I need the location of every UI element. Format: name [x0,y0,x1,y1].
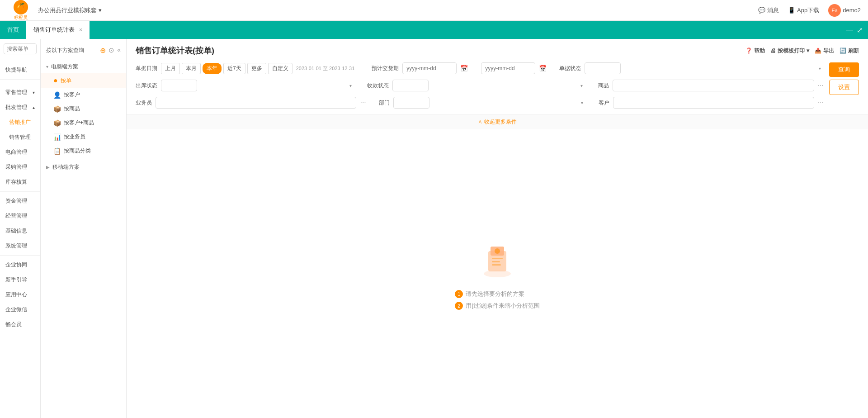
scheme-item-by-customer[interactable]: 👤 按客户 [41,88,126,102]
dept-select[interactable] [393,97,429,109]
help-icon: ❓ [745,48,752,54]
sidebar-item-cooperation[interactable]: 企业协同 [0,257,40,272]
salesperson-more-icon[interactable]: ··· [360,99,366,107]
export-icon: 📤 [815,48,821,54]
scheme-collapse-icon[interactable]: « [117,46,121,55]
refresh-label: 刷新 [848,47,859,55]
filter-main-row: 单据日期 上月 本月 本年 近7天 更多 自定义 2023-01-01 至 20… [136,62,859,114]
sidebar-item-ecommerce[interactable]: 电商管理 [0,145,40,160]
filter-date-group: 上月 本月 本年 近7天 更多 自定义 [161,63,292,74]
help-button[interactable]: ❓ 帮助 [745,47,765,55]
order-status-select[interactable] [585,62,621,74]
app-download-button[interactable]: 📱 App下载 [788,6,819,14]
scheme-panel-title: 按以下方案查询 [46,47,84,54]
tab-home[interactable]: 首页 [0,21,26,39]
scheme-item-by-category[interactable]: 📋 按商品分类 [41,144,126,158]
tab-minimize-icon[interactable]: — [846,26,853,34]
app-name: 办公用品行业模拟账套 [38,6,97,14]
scheme-item-by-order-label: 按单 [61,77,71,85]
avatar: Ea [828,4,841,17]
sidebar-item-purchase[interactable]: 采购管理 [0,160,40,175]
tab-maximize-icon[interactable]: ⤢ [857,26,863,34]
scheme-item-by-order[interactable]: ● 按单 [41,73,126,88]
product-more-icon[interactable]: ··· [818,81,824,90]
customer-input[interactable] [613,97,814,109]
tab-statistics[interactable]: 销售订单统计表 × [26,21,90,39]
sidebar-item-finance[interactable]: 资金管理 [0,194,40,209]
message-button[interactable]: 💬 消息 [758,6,779,14]
tab-home-label: 首页 [7,26,19,34]
scheme-add-icon[interactable]: ⊕ [100,46,106,55]
help-label: 帮助 [754,47,765,55]
salesperson-input[interactable] [156,97,356,109]
sidebar-item-wechat[interactable]: 企业微信 [0,302,40,317]
sidebar-item-system[interactable]: 系统管理 [0,238,40,253]
sidebar-item-quicknav[interactable]: 快捷导航 [0,62,40,77]
refresh-button[interactable]: 🔄 刷新 [840,47,859,55]
sidebar-divider-1 [0,79,40,80]
scheme-item-by-customer-product-label: 按客户+商品 [64,119,94,127]
sidebar-item-marketing[interactable]: 营销推广 [0,115,40,130]
dept-select-wrap: ▾ [393,97,586,109]
sidebar-item-sales[interactable]: 销售管理 [0,130,40,145]
shipment-status-select[interactable] [161,80,197,91]
customer-more-icon[interactable]: ··· [818,99,824,107]
expected-delivery-start-input[interactable] [402,62,457,74]
print-button[interactable]: 🖨 按模板打印 ▾ [770,47,809,55]
setting-button[interactable]: 设置 [829,80,859,95]
sidebar-item-guide[interactable]: 新手引导 [0,272,40,287]
tip-num-1: 1 [455,290,463,298]
top-bar-right: 💬 消息 📱 App下载 Ea demo2 [758,4,861,17]
filter-shipment-label: 出库状态 [136,82,157,90]
date-btn-last-month[interactable]: 上月 [161,63,180,74]
search-input[interactable] [4,43,37,54]
date-btn-this-month[interactable]: 本月 [182,63,201,74]
collapse-more-button[interactable]: ∧ 收起更多条件 [127,114,868,129]
collapse-more-icon: ∧ [478,119,482,125]
scheme-category-pc-title[interactable]: ▾ 电脑端方案 [41,60,126,73]
date-btn-custom[interactable]: 自定义 [268,63,292,74]
empty-tip-1-text: 请先选择要分析的方案 [466,290,524,298]
tab-statistics-label: 销售订单统计表 [33,26,75,34]
filter-date-label: 单据日期 [136,65,157,72]
sidebar-item-operations[interactable]: 经营管理 [0,209,40,223]
calendar-icon-1: 📅 [460,65,468,72]
payment-status-select[interactable] [392,80,429,91]
tab-bar-right: — ⤢ [846,26,868,34]
date-btn-7days[interactable]: 近7天 [223,63,245,74]
export-button[interactable]: 📤 导出 [815,47,834,55]
filter-customer-label: 客户 [599,99,609,107]
svg-point-3 [495,248,500,254]
logo-text: 标橙员 [14,14,28,21]
svg-rect-6 [492,264,501,266]
product-input[interactable] [613,80,814,91]
expected-delivery-end-input[interactable] [481,62,535,74]
scheme-settings-icon[interactable]: ⊙ [108,46,114,55]
empty-icon [475,238,520,283]
scheme-item-by-salesperson[interactable]: 📊 按业务员 [41,130,126,144]
scheme-item-by-product-label: 按商品 [64,105,80,113]
sidebar-item-retail[interactable]: 零售管理 ▾ [0,85,40,100]
sidebar-item-retail-arrow: ▾ [33,90,35,95]
search-button[interactable]: 查询 [829,62,859,77]
sidebar-divider-3 [0,255,40,256]
scheme-category-mobile-title[interactable]: ▶ 移动端方案 [41,161,126,174]
sidebar-item-app-center[interactable]: 应用中心 [0,287,40,302]
sidebar-item-basic[interactable]: 基础信息 [0,223,40,238]
sidebar-item-inventory[interactable]: 库存核算 [0,175,40,190]
sidebar-item-wholesale[interactable]: 批发管理 ▴ [0,100,40,115]
app-selector-arrow: ▾ [99,7,102,14]
payment-status-select-wrap: ▾ [392,80,586,91]
user-menu[interactable]: Ea demo2 [828,4,861,17]
scheme-item-by-product[interactable]: 📦 按商品 [41,102,126,116]
print-arrow-icon: ▾ [807,48,809,54]
sidebar-item-member[interactable]: 畅会员 [0,317,40,332]
date-btn-this-year[interactable]: 本年 [203,63,222,74]
tab-close-icon[interactable]: × [79,27,82,33]
scheme-panel-header: 按以下方案查询 ⊕ ⊙ « [41,43,126,57]
scheme-item-by-customer-product[interactable]: 📦 按客户+商品 [41,116,126,130]
date-btn-more[interactable]: 更多 [247,63,266,74]
sidebar-search [0,39,40,59]
scheme-item-by-salesperson-icon: 📊 [53,133,61,141]
app-selector[interactable]: 办公用品行业模拟账套 ▾ [38,6,102,14]
